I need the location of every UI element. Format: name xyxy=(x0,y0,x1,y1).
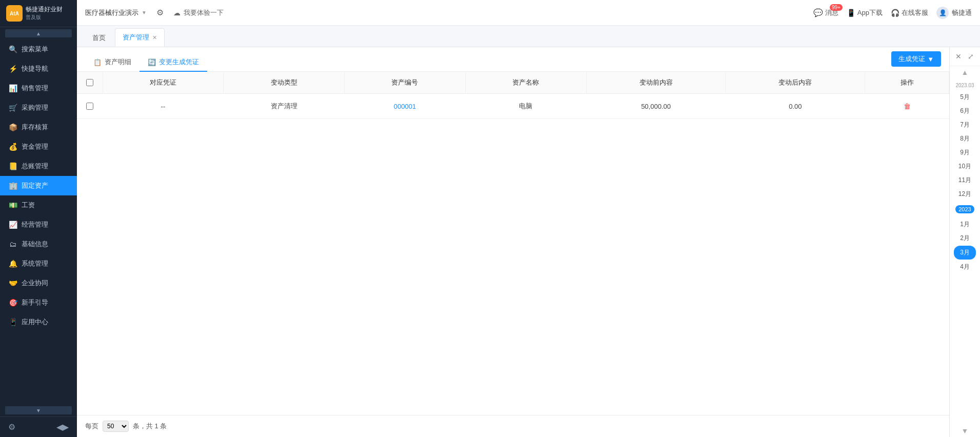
basic-icon: 🗂 xyxy=(8,240,17,248)
cell-asset-no: 000001 xyxy=(345,94,466,119)
sidebar-item-ledger[interactable]: 📒 总账管理 xyxy=(0,156,77,176)
subtab-bar: 📋 资产明细 🔄 变更生成凭证 生成凭证 ▼ xyxy=(77,47,949,72)
cell-actions: 🗑 xyxy=(865,94,949,119)
panel-header: ✕ ⤢ xyxy=(950,47,980,66)
right-panel: ✕ ⤢ ▲ 2023.03 5月 6月 7月 8月 9月 10月 11月 12月… xyxy=(949,47,980,437)
sidebar-item-sales[interactable]: 📊 销售管理 xyxy=(0,78,77,98)
year-2023-badge: 2023 xyxy=(955,205,974,213)
col-asset-name: 资产名称 xyxy=(465,72,586,94)
business-icon: 📈 xyxy=(8,221,17,229)
sales-icon: 📊 xyxy=(8,84,17,92)
table-area: 对应凭证 变动类型 资产编号 资产名称 变动前内容 变动后内容 操作 xyxy=(77,72,949,415)
delete-button[interactable]: 🗑 xyxy=(901,100,913,112)
sidebar-item-fixedassets[interactable]: 🏢 固定资产 xyxy=(0,176,77,195)
topbar-right: 💬 消息 99+ 📱 App下载 🎧 在线客服 👤 畅捷通 xyxy=(813,7,972,19)
timeline-down-button[interactable]: ▼ xyxy=(950,425,980,437)
messages-button[interactable]: 💬 消息 99+ xyxy=(813,8,838,17)
topbar: 医疗器械行业演示 ▼ ⚙ ☁ 我要体验一下 💬 消息 99+ 📱 App下载 🎧… xyxy=(77,0,980,26)
sidebar-item-system[interactable]: 🔔 系统管理 xyxy=(0,254,77,273)
subtab-vouchergen[interactable]: 🔄 变更生成凭证 xyxy=(139,53,207,72)
sidebar-item-salary[interactable]: 💵 工资 xyxy=(0,195,77,215)
experience-button[interactable]: ☁ 我要体验一下 xyxy=(173,8,224,17)
download-icon: 📱 xyxy=(847,9,855,17)
settings-button[interactable]: ⚙ xyxy=(153,6,167,20)
sidebar-logo: AtA 畅捷通好业财 普及版 xyxy=(0,0,77,27)
voucher-table: 对应凭证 变动类型 资产编号 资产名称 变动前内容 变动后内容 操作 xyxy=(77,72,949,119)
col-after: 变动后内容 xyxy=(726,72,865,94)
page-content: 📋 资产明细 🔄 变更生成凭证 生成凭证 ▼ xyxy=(77,47,949,437)
timeline-scroll[interactable]: 2023.03 5月 6月 7月 8月 9月 10月 11月 12月 2023 … xyxy=(950,78,980,425)
month-2023-2[interactable]: 2月 xyxy=(950,231,980,245)
sidebar-item-guide[interactable]: 🎯 新手引导 xyxy=(0,293,77,312)
finance-icon: 💰 xyxy=(8,143,17,151)
cell-asset-name: 电脑 xyxy=(465,94,586,119)
settings-icon[interactable]: ⚙ xyxy=(8,422,15,432)
month-11[interactable]: 11月 xyxy=(950,173,980,187)
total-count: 条，共 1 条 xyxy=(133,422,167,431)
sidebar-item-basic[interactable]: 🗂 基础信息 xyxy=(0,234,77,254)
month-5[interactable]: 5月 xyxy=(950,90,980,104)
sidebar-item-purchase[interactable]: 🛒 采购管理 xyxy=(0,98,77,117)
expand-panel-button[interactable]: ⤢ xyxy=(966,51,976,62)
appstore-icon: 📱 xyxy=(8,318,17,326)
chevron-down-icon: ▼ xyxy=(142,10,147,15)
tab-assetmgmt[interactable]: 资产管理 ✕ xyxy=(115,28,165,47)
sidebar: AtA 畅捷通好业财 普及版 ▲ 🔍 搜索菜单 ⚡ 快捷导航 📊 销售管理 🛒 … xyxy=(0,0,77,437)
page-size-select[interactable]: 50 10 20 100 xyxy=(103,421,129,432)
message-icon: 💬 xyxy=(813,8,823,17)
sidebar-scroll-up[interactable]: ▲ xyxy=(0,27,77,39)
month-9[interactable]: 9月 xyxy=(950,146,980,160)
sidebar-item-finance[interactable]: 💰 资金管理 xyxy=(0,137,77,156)
logo-icon: AtA xyxy=(6,5,23,22)
quicknav-icon: ⚡ xyxy=(8,65,17,73)
cell-before: 50,000.00 xyxy=(586,94,726,119)
ledger-icon: 📒 xyxy=(8,162,17,170)
per-page-label: 每页 xyxy=(85,422,98,431)
close-panel-button[interactable]: ✕ xyxy=(953,51,964,62)
salary-icon: 💵 xyxy=(8,201,17,209)
row-checkbox-cell[interactable] xyxy=(77,94,103,119)
month-10[interactable]: 10月 xyxy=(950,160,980,173)
sidebar-item-quicknav[interactable]: ⚡ 快捷导航 xyxy=(0,59,77,78)
sidebar-item-enterprise[interactable]: 🤝 企业协同 xyxy=(0,273,77,293)
logo-text: 畅捷通好业财 xyxy=(26,6,63,14)
tab-home[interactable]: 首页 xyxy=(85,29,113,47)
sidebar-item-inventory[interactable]: 📦 库存核算 xyxy=(0,117,77,137)
dropdown-icon: ▼ xyxy=(927,55,934,63)
month-6[interactable]: 6月 xyxy=(950,104,980,118)
company-selector[interactable]: 医疗器械行业演示 ▼ xyxy=(85,8,147,17)
collapse-icon[interactable]: ◀▶ xyxy=(56,422,69,432)
sidebar-item-search[interactable]: 🔍 搜索菜单 xyxy=(0,39,77,59)
app-download-button[interactable]: 📱 App下载 xyxy=(847,8,883,17)
generate-voucher-button[interactable]: 生成凭证 ▼ xyxy=(891,51,941,67)
purchase-icon: 🛒 xyxy=(8,104,17,112)
subtab-assetlist[interactable]: 📋 资产明细 xyxy=(85,53,139,72)
sidebar-item-business[interactable]: 📈 经营管理 xyxy=(0,215,77,234)
system-icon: 🔔 xyxy=(8,260,17,268)
sidebar-scroll-down[interactable]: ▼ xyxy=(5,406,72,414)
col-checkbox[interactable] xyxy=(77,72,103,94)
month-2023-4[interactable]: 4月 xyxy=(950,260,980,274)
col-actions: 操作 xyxy=(865,72,949,94)
month-7[interactable]: 7月 xyxy=(950,118,980,132)
month-2023-3-active[interactable]: 3月 xyxy=(954,246,976,260)
pagination-bar: 每页 50 10 20 100 条，共 1 条 xyxy=(77,415,949,437)
month-2023-1[interactable]: 1月 xyxy=(950,217,980,231)
logo-sub: 普及版 xyxy=(26,14,63,21)
sidebar-item-appstore[interactable]: 📱 应用中心 xyxy=(0,312,77,332)
cell-voucher: -- xyxy=(103,94,224,119)
customer-service-button[interactable]: 🎧 在线客服 xyxy=(891,8,928,17)
month-12[interactable]: 12月 xyxy=(950,187,980,201)
select-all-checkbox[interactable] xyxy=(86,79,93,86)
tab-bar: 首页 资产管理 ✕ xyxy=(77,26,980,47)
guide-icon: 🎯 xyxy=(8,299,17,307)
user-menu[interactable]: 👤 畅捷通 xyxy=(936,7,972,19)
col-asset-no: 资产编号 xyxy=(345,72,466,94)
timeline-up-button[interactable]: ▲ xyxy=(950,66,980,78)
message-badge: 99+ xyxy=(830,4,843,11)
month-8[interactable]: 8月 xyxy=(950,132,980,146)
list-icon: 📋 xyxy=(93,58,102,66)
tab-close-icon[interactable]: ✕ xyxy=(152,34,157,41)
row-checkbox[interactable] xyxy=(86,103,93,110)
col-change-type: 变动类型 xyxy=(224,72,345,94)
